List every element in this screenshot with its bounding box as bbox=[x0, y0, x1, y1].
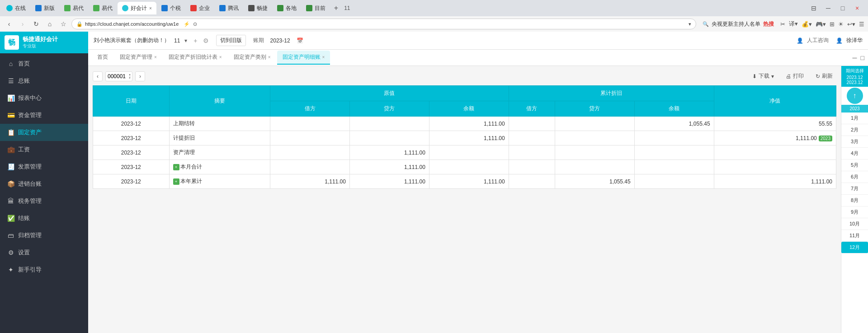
period-panel: 期间选择 2023.12 2023.12 ↑ 2023 1月2月3月4月5月6月… bbox=[841, 66, 868, 333]
menu-icon[interactable]: ☰ bbox=[859, 21, 864, 28]
tab-badge[interactable]: 11 bbox=[344, 5, 350, 11]
maximize-window-btn[interactable]: □ bbox=[837, 3, 848, 14]
tax-icon: 🏛 bbox=[7, 197, 14, 205]
sidebar-item-fund[interactable]: 💳 资金管理 bbox=[0, 107, 88, 124]
page-tab-fixed-detail[interactable]: 固定资产明细账 × bbox=[277, 51, 330, 65]
forward-btn[interactable]: › bbox=[17, 19, 28, 29]
browser-tab-gedi[interactable]: 各地 bbox=[273, 2, 301, 14]
browser-tab-yidai1[interactable]: 易代 bbox=[60, 2, 88, 14]
home-btn[interactable]: ⌂ bbox=[44, 19, 55, 29]
period-month-item[interactable]: 9月 bbox=[841, 206, 868, 218]
sidebar-item-ledger[interactable]: ☰ 总账 bbox=[0, 72, 88, 89]
sidebar-item-settings[interactable]: ⚙ 设置 bbox=[0, 244, 88, 261]
scroll-to-top-btn[interactable]: ↑ bbox=[847, 88, 863, 104]
prev-page-btn[interactable]: ‹ bbox=[93, 71, 103, 81]
browser-tab-qiye[interactable]: 企业 bbox=[186, 2, 214, 14]
bookmark-star-btn[interactable]: ⊙ bbox=[193, 21, 197, 27]
table-cell-accum-credit bbox=[555, 131, 634, 145]
pagination: ‹ › bbox=[93, 71, 145, 81]
ledger-icon: ☰ bbox=[7, 77, 14, 84]
back-btn[interactable]: ‹ bbox=[4, 19, 14, 29]
period-month-item[interactable]: 6月 bbox=[841, 171, 868, 183]
sidebar-item-settlement[interactable]: ✅ 结账 bbox=[0, 210, 88, 227]
table-cell-accum-debit bbox=[509, 145, 555, 160]
translate-icon[interactable]: 译▾ bbox=[789, 20, 798, 28]
page-tab-fixed-mgmt[interactable]: 固定资产管理 × bbox=[114, 51, 162, 65]
wallet-icon[interactable]: 💰▾ bbox=[802, 21, 812, 28]
browser-tab-muqian[interactable]: 目前 bbox=[302, 2, 330, 14]
period-month-item[interactable]: 4月 bbox=[841, 148, 868, 159]
table-cell-summary: 计提折旧 bbox=[169, 131, 270, 145]
window-minimize-icon[interactable]: ─ bbox=[853, 54, 857, 61]
sidebar-item-stock[interactable]: 📦 进销台账 bbox=[0, 175, 88, 192]
browser-tab-new[interactable]: 新版 bbox=[31, 2, 59, 14]
page-tab-close-fixed-category[interactable]: × bbox=[268, 55, 271, 60]
browser-tab-close-haokuaiji[interactable]: × bbox=[149, 6, 152, 11]
download-btn[interactable]: ⬇ 下载 ▾ bbox=[749, 70, 778, 82]
page-tab-close-fixed-detail[interactable]: × bbox=[322, 55, 325, 60]
period-edit-btn[interactable]: 📅 bbox=[297, 38, 303, 44]
address-expand-btn[interactable]: ▾ bbox=[689, 21, 691, 27]
browser-tab-yidai2[interactable]: 易代 bbox=[89, 2, 117, 14]
switch-old-version-btn[interactable]: 切到旧版 bbox=[216, 35, 246, 46]
period-month-item[interactable]: 10月 bbox=[841, 218, 868, 230]
page-tab-fixed-depreciation[interactable]: 固定资产折旧统计表 × bbox=[163, 51, 227, 65]
game-icon[interactable]: 🎮▾ bbox=[816, 21, 826, 28]
account-count: 11 bbox=[174, 38, 180, 44]
browser-tab-tencent[interactable]: 腾讯 bbox=[215, 2, 243, 14]
sidebar-item-archive[interactable]: 🗃 归档管理 bbox=[0, 227, 88, 244]
account-dropdown[interactable]: ▾ bbox=[184, 38, 187, 44]
brightness-icon[interactable]: ☀ bbox=[838, 21, 844, 28]
address-bar[interactable]: 🔒 https://cloud.chanjet.com/accounting/u… bbox=[71, 19, 696, 29]
table-cell-accum-debit bbox=[509, 174, 555, 189]
scissors-icon[interactable]: ✂ bbox=[780, 21, 785, 28]
window-maximize-icon[interactable]: □ bbox=[861, 54, 864, 61]
account-settings-btn[interactable]: ⚙ bbox=[203, 37, 209, 44]
page-tab-home[interactable]: 首页 bbox=[92, 51, 113, 65]
period-month-item[interactable]: 11月 bbox=[841, 230, 868, 242]
next-page-btn[interactable]: › bbox=[135, 71, 145, 81]
print-btn[interactable]: 🖨 打印 bbox=[782, 70, 807, 82]
download-icon: ⬇ bbox=[752, 73, 757, 80]
page-tab-close-fixed-depreciation[interactable]: × bbox=[219, 55, 222, 60]
period-month-item[interactable]: 3月 bbox=[841, 136, 868, 148]
period-month-item[interactable]: 5月 bbox=[841, 159, 868, 171]
minimize-window-btn[interactable]: ─ bbox=[823, 3, 834, 14]
site-info-btn[interactable]: ⚡ bbox=[184, 21, 190, 27]
sidebar-item-payroll[interactable]: 💼 工资 bbox=[0, 141, 88, 158]
fund-icon: 💳 bbox=[7, 112, 14, 119]
restore-window-btn[interactable]: ⊟ bbox=[808, 3, 819, 14]
period-month-item[interactable]: 7月 bbox=[841, 183, 868, 195]
new-tab-button[interactable]: + bbox=[330, 4, 342, 12]
browser-tab-geshui[interactable]: 个税 bbox=[157, 2, 185, 14]
ai-consult-label[interactable]: 人工咨询 bbox=[807, 37, 829, 44]
bookmark-btn[interactable]: ☆ bbox=[58, 19, 69, 29]
sidebar-item-invoice[interactable]: 🧾 发票管理 bbox=[0, 158, 88, 175]
sidebar-item-guide[interactable]: ✦ 新手引导 bbox=[0, 261, 88, 278]
page-tab-close-fixed-mgmt[interactable]: × bbox=[154, 55, 157, 60]
account-add-btn[interactable]: + bbox=[193, 37, 197, 44]
fixed-asset-detail-table: 日期 摘要 原值 累计折旧 净值 借方 贷方 余额 借方 贷方 余额 bbox=[93, 85, 836, 189]
company-name: 刘小艳演示账套（勿删勿动！） bbox=[94, 37, 170, 44]
refresh-btn[interactable]: ↻ 刷新 bbox=[812, 70, 836, 82]
sidebar-item-tax[interactable]: 🏛 税务管理 bbox=[0, 192, 88, 210]
browser-tab-haokuaiji[interactable]: 好会计 × bbox=[118, 2, 156, 14]
reload-btn[interactable]: ↻ bbox=[31, 19, 42, 29]
period-month-item[interactable]: 12月 bbox=[841, 242, 868, 253]
undo-icon[interactable]: ↩▾ bbox=[847, 21, 855, 28]
sidebar-item-fixed-asset[interactable]: 📋 固定资产 bbox=[0, 124, 88, 141]
close-window-btn[interactable]: × bbox=[852, 3, 863, 14]
apps-icon[interactable]: ⊞ bbox=[830, 21, 835, 28]
table-cell-orig-credit: 1,111.00 bbox=[349, 160, 429, 174]
period-month-item[interactable]: 1月 bbox=[841, 113, 868, 124]
period-month-item[interactable]: 8月 bbox=[841, 195, 868, 206]
page-tab-fixed-category[interactable]: 固定资产类别 × bbox=[228, 51, 276, 65]
table-cell-accum-balance bbox=[634, 174, 714, 189]
sidebar-item-report[interactable]: 📊 报表中心 bbox=[0, 89, 88, 107]
pagination-input[interactable] bbox=[105, 71, 132, 81]
sidebar-item-home[interactable]: ⌂ 首页 bbox=[0, 55, 88, 72]
fixed-asset-icon: 📋 bbox=[7, 129, 14, 136]
browser-tab-changjie[interactable]: 畅捷 bbox=[244, 2, 272, 14]
browser-tab-online[interactable]: 在线 bbox=[2, 2, 30, 14]
period-month-item[interactable]: 2月 bbox=[841, 124, 868, 136]
